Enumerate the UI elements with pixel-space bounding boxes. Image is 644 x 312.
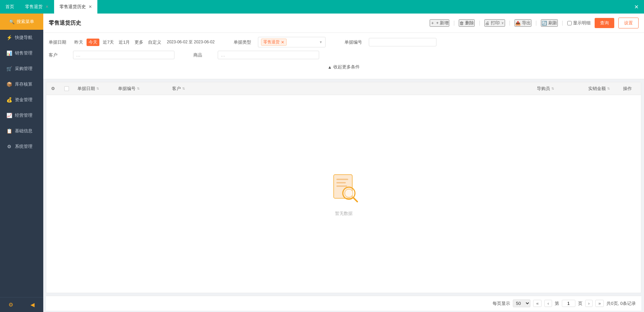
delete-button[interactable]: 🗑 删除 <box>459 19 475 27</box>
print-dropdown-icon: ▼ <box>501 21 504 25</box>
docnumber-input[interactable] <box>369 38 436 46</box>
basic-info-icon: 📋 <box>6 128 12 134</box>
page-header: 零售退货历史 ＋ + 新增 | 🗑 删除 | 🖨 打印 ▼ | <box>43 14 644 33</box>
sidebar-item-purchase-mgmt[interactable]: 🛒 采购管理 <box>0 61 43 76</box>
sidebar-item-quick-nav[interactable]: ⚡ 快捷导航 <box>0 30 43 45</box>
customer-select[interactable]: … <box>73 51 174 59</box>
svg-rect-1 <box>336 179 348 180</box>
sidebar-menu: ⚡ 快捷导航 📊 销售管理 🛒 采购管理 📦 库存核算 💰 资金管理 📈 <box>0 30 43 297</box>
first-page-button[interactable]: « <box>533 300 542 307</box>
sidebar: 🔍 搜索菜单 ⚡ 快捷导航 📊 销售管理 🛒 采购管理 📦 库存核算 💰 <box>0 14 43 312</box>
delete-icon: 🗑 <box>459 21 464 26</box>
main-layout: 🔍 搜索菜单 ⚡ 快捷导航 📊 销售管理 🛒 采购管理 📦 库存核算 💰 <box>0 14 644 312</box>
page-title: 零售退货历史 <box>49 20 81 27</box>
date-btn-more[interactable]: 更多 <box>133 39 145 46</box>
add-button[interactable]: ＋ + 新增 <box>430 19 449 27</box>
order-sort-icon: ⇅ <box>137 87 140 90</box>
tab-retail-return-history[interactable]: 零售退货历史 ✕ <box>54 0 97 14</box>
last-page-button[interactable]: » <box>595 300 604 307</box>
refresh-icon: 🔄 <box>542 21 547 26</box>
sidebar-item-sys-mgmt[interactable]: ⚙ 系统管理 <box>0 139 43 154</box>
th-checkbox[interactable] <box>60 86 73 91</box>
customer-sort-icon: ⇅ <box>182 87 185 90</box>
date-sort-icon: ⇅ <box>96 87 99 90</box>
select-all-checkbox[interactable] <box>64 86 69 91</box>
export-icon: 📤 <box>515 21 521 26</box>
table-area: ⚙ 单据日期 ⇅ 单据编号 ⇅ 客户 ⇅ 导购员 <box>46 82 641 293</box>
collapse-row: ▲ 收起更多条件 <box>49 63 639 71</box>
page-size-select[interactable]: 50 100 200 <box>513 299 530 307</box>
collapse-button[interactable]: ▲ 收起更多条件 <box>324 63 364 71</box>
th-ops: 操作 <box>614 86 641 92</box>
goods-label: 商品 <box>193 52 212 58</box>
content-area: 零售退货历史 ＋ + 新增 | 🗑 删除 | 🖨 打印 ▼ | <box>43 14 644 312</box>
query-button[interactable]: 查询 <box>595 18 614 28</box>
th-guide[interactable]: 导购员 ⇅ <box>533 86 573 92</box>
collapse-sidebar-icon: ◀ <box>30 302 34 308</box>
setting-button[interactable]: 设置 <box>618 18 639 28</box>
finance-icon: 💰 <box>6 97 12 103</box>
svg-line-6 <box>353 198 357 202</box>
settings-bottom-icon: ⚙ <box>8 302 13 308</box>
refresh-button[interactable]: 🔄 刷新 <box>541 19 558 27</box>
show-detail-checkbox[interactable] <box>567 21 572 25</box>
doctype-select[interactable]: 零售退货 ✕ ▼ <box>258 37 326 47</box>
th-amount[interactable]: 实销金额 ⇅ <box>573 86 614 92</box>
sidebar-item-inventory[interactable]: 📦 库存核算 <box>0 76 43 92</box>
settings-bottom-button[interactable]: ⚙ <box>0 297 22 312</box>
page-word: 第 <box>555 300 559 307</box>
page-unit: 页 <box>578 300 582 307</box>
purchase-icon: 🛒 <box>6 66 12 72</box>
prev-page-button[interactable]: ‹ <box>544 300 552 307</box>
date-btn-custom[interactable]: 自定义 <box>147 39 163 46</box>
pagination-bar: 每页显示 50 100 200 « ‹ 第 页 › » 共0页, 0条记录 <box>46 296 641 311</box>
date-options: 昨天 今天 近7天 近1月 更多 自定义 2023-06-02 至 2023-0… <box>73 39 215 46</box>
empty-state: 暂无数据 <box>46 95 641 293</box>
date-btn-last1month[interactable]: 近1月 <box>117 39 131 46</box>
collapse-label: 收起更多条件 <box>333 64 360 70</box>
doctype-label: 单据类型 <box>234 39 253 45</box>
svg-rect-3 <box>336 185 347 187</box>
header-actions: ＋ + 新增 | 🗑 删除 | 🖨 打印 ▼ | 📤 导出 <box>430 18 639 28</box>
export-button[interactable]: 📤 导出 <box>515 19 531 27</box>
show-detail-toggle[interactable]: 显示明细 <box>567 20 591 26</box>
quick-nav-icon: ⚡ <box>6 35 12 41</box>
tab-retail-return-close[interactable]: ✕ <box>45 4 49 9</box>
doctype-dropdown-icon: ▼ <box>319 40 323 44</box>
search-icon: 🔍 <box>9 19 15 24</box>
window-close-button[interactable]: ✕ <box>629 4 644 10</box>
page-input[interactable] <box>562 300 575 307</box>
sidebar-item-basic-info[interactable]: 📋 基础信息 <box>0 123 43 139</box>
sidebar-item-operations[interactable]: 📈 经营管理 <box>0 108 43 123</box>
next-page-button[interactable]: › <box>585 300 593 307</box>
sidebar-item-sales-mgmt[interactable]: 📊 销售管理 <box>0 45 43 61</box>
print-icon: 🖨 <box>485 21 490 26</box>
date-btn-today[interactable]: 今天 <box>87 39 99 46</box>
svg-rect-2 <box>336 182 346 183</box>
inventory-icon: 📦 <box>6 81 12 87</box>
collapse-sidebar-button[interactable]: ◀ <box>22 297 43 312</box>
th-order[interactable]: 单据编号 ⇅ <box>114 86 168 92</box>
tab-retail-return[interactable]: 零售退货 ✕ <box>20 0 54 14</box>
tab-retail-return-history-close[interactable]: ✕ <box>89 4 92 9</box>
th-date[interactable]: 单据日期 ⇅ <box>73 86 114 92</box>
operations-icon: 📈 <box>6 112 12 118</box>
filter-row-1: 单据日期 昨天 今天 近7天 近1月 更多 自定义 2023-06-02 至 2… <box>49 37 639 47</box>
tab-home[interactable]: 首页 <box>0 0 20 14</box>
docnumber-label: 单据编号 <box>344 39 363 45</box>
pagination-summary: 共0页, 0条记录 <box>606 300 636 307</box>
goods-select[interactable]: … <box>218 51 319 59</box>
filter-row-2: 客户 … 商品 … <box>49 51 639 59</box>
date-range-display: 2023-06-02 至 2023-06-02 <box>167 39 214 45</box>
th-customer[interactable]: 客户 ⇅ <box>168 86 533 92</box>
amount-sort-icon: ⇅ <box>607 87 610 90</box>
sidebar-item-finance[interactable]: 💰 资金管理 <box>0 92 43 108</box>
date-btn-last7[interactable]: 近7天 <box>101 39 115 46</box>
print-button[interactable]: 🖨 打印 ▼ <box>484 19 505 27</box>
doctype-tag-close[interactable]: ✕ <box>281 40 284 45</box>
sidebar-search[interactable]: 🔍 搜索菜单 <box>0 14 43 30</box>
th-settings[interactable]: ⚙ <box>46 86 60 91</box>
date-btn-yesterday[interactable]: 昨天 <box>73 39 85 46</box>
empty-text: 暂无数据 <box>335 210 353 217</box>
top-bar: 首页 零售退货 ✕ 零售退货历史 ✕ ✕ <box>0 0 644 14</box>
